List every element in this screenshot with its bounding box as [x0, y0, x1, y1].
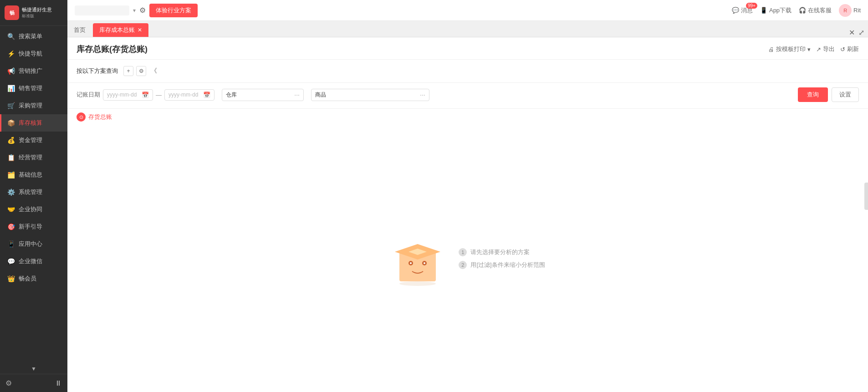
logo-icon: 畅: [5, 5, 19, 20]
sales-icon: 📊: [7, 84, 15, 92]
top-header: ▾ ⚙ 体验行业方案 💬 消息 99+ 📱 App下载 🎧 在线客服 R: [67, 0, 868, 21]
empty-illustration: [390, 231, 445, 286]
chevron-down-icon[interactable]: ▾: [133, 7, 136, 14]
marketing-icon: 📢: [7, 67, 15, 75]
sidebar-nav: 🔍 搜索菜单 ⚡ 快捷导航 📢 营销推广 📊 销售管理 🛒 采购管理 📦 库存核…: [0, 26, 67, 364]
query-button[interactable]: 查询: [798, 87, 828, 102]
shortcut-icon: ⚡: [7, 50, 15, 58]
calendar-end-icon: 📅: [203, 92, 210, 98]
goods-more-icon: ···: [420, 91, 425, 98]
warehouse-select[interactable]: 仓库 ···: [222, 89, 304, 101]
refresh-button[interactable]: ↺ 刷新: [840, 45, 859, 53]
filter-collapse-icon[interactable]: 《: [149, 66, 159, 76]
refresh-label: 刷新: [847, 45, 859, 53]
print-button[interactable]: 🖨 按模板打印 ▾: [768, 45, 811, 53]
empty-tip-2: 2 用[过滤]条件来缩小分析范围: [459, 261, 545, 269]
scheme-item-label: 存货总账: [88, 113, 112, 121]
tab-home[interactable]: 首页: [67, 23, 92, 37]
scheme-item[interactable]: ⊙ 存货总账: [77, 112, 112, 122]
app-download-label: App下载: [769, 6, 791, 15]
guide-icon: 🎯: [7, 223, 15, 231]
page-header-actions: 🖨 按模板打印 ▾ ↗ 导出 ↺ 刷新: [768, 45, 859, 53]
app-download-button[interactable]: 📱 App下载: [760, 6, 791, 15]
empty-box-svg: [390, 231, 445, 286]
goods-select[interactable]: 商品 ···: [311, 89, 429, 101]
trial-button[interactable]: 体验行业方案: [149, 4, 198, 17]
sidebar-item-label: 新手引导: [19, 223, 42, 231]
sidebar-item-operations[interactable]: 📋 经营管理: [0, 149, 67, 166]
filter-settings-button[interactable]: ⚙: [136, 66, 146, 76]
sidebar-item-label: 应用中心: [19, 240, 42, 248]
panel-expand-button[interactable]: ⤢: [858, 28, 864, 37]
tab-home-label: 首页: [74, 26, 86, 34]
sidebar-item-label: 畅会员: [19, 275, 36, 283]
app-name: 畅捷通好生意: [22, 6, 52, 13]
export-label: 导出: [823, 45, 835, 53]
online-service-button[interactable]: 🎧 在线客服: [799, 6, 832, 15]
header-left: ▾ ⚙ 体验行业方案: [75, 4, 198, 17]
sidebar-item-purchase[interactable]: 🛒 采购管理: [0, 97, 67, 114]
settings-icon[interactable]: ⚙: [5, 379, 12, 387]
date-end-placeholder: yyyy-mm-dd: [168, 92, 198, 98]
page-header: 库存总账(存货总账) 🖨 按模板打印 ▾ ↗ 导出 ↺ 刷新: [67, 37, 868, 60]
chevron-down-icon: ▼: [31, 366, 36, 372]
collapse-icon[interactable]: ⏸: [55, 379, 62, 387]
sidebar-item-enterprise[interactable]: 🤝 企业协同: [0, 201, 67, 218]
right-panel-indicator[interactable]: [864, 183, 868, 210]
sidebar-item-member[interactable]: 👑 畅会员: [0, 270, 67, 287]
enterprise-icon: 🤝: [7, 205, 15, 214]
tip-2-text: 用[过滤]条件来缩小分析范围: [470, 261, 545, 269]
calendar-start-icon: 📅: [142, 92, 149, 98]
scheme-icon: ⊙: [77, 112, 86, 122]
sidebar-item-wechat[interactable]: 💬 企业微信: [0, 253, 67, 270]
nav-search-input[interactable]: [75, 5, 129, 15]
main-area: ▾ ⚙ 体验行业方案 💬 消息 99+ 📱 App下载 🎧 在线客服 R: [67, 0, 868, 392]
sidebar-item-label: 资金管理: [19, 136, 42, 144]
goods-label: 商品: [315, 91, 326, 99]
appstore-icon: 📱: [7, 240, 15, 248]
tab-inventory-ledger-label: 库存成本总账: [99, 26, 135, 34]
sidebar-item-marketing[interactable]: 📢 营销推广: [0, 62, 67, 80]
shadow: [399, 281, 436, 286]
scheme-area: ⊙ 存货总账: [67, 109, 868, 125]
panel-close-button[interactable]: ✕: [849, 28, 855, 37]
finance-icon: 💰: [7, 136, 15, 144]
sidebar-item-basic[interactable]: 🗂️ 基础信息: [0, 166, 67, 183]
user-profile[interactable]: R Rit: [839, 4, 861, 17]
sidebar-item-label: 营销推广: [19, 67, 42, 75]
user-name: Rit: [853, 7, 861, 14]
date-start-input[interactable]: yyyy-mm-dd 📅: [103, 89, 153, 101]
warehouse-label: 仓库: [226, 91, 237, 99]
sidebar-item-shortcut[interactable]: ⚡ 快捷导航: [0, 45, 67, 62]
sidebar-item-system[interactable]: ⚙️ 系统管理: [0, 183, 67, 201]
sidebar-item-sales[interactable]: 📊 销售管理: [0, 80, 67, 97]
tab-inventory-ledger[interactable]: 库存成本总账 ✕: [93, 23, 148, 37]
sidebar-item-guide[interactable]: 🎯 新手引导: [0, 218, 67, 235]
tip-num-1: 1: [459, 248, 467, 256]
sidebar-item-appstore[interactable]: 📱 应用中心: [0, 235, 67, 253]
sidebar-item-label: 搜索菜单: [19, 32, 42, 41]
sidebar-item-finance[interactable]: 💰 资金管理: [0, 132, 67, 149]
filter-area: 按以下方案查询 + ⚙ 《: [67, 60, 868, 83]
search-icon: 🔍: [7, 32, 15, 41]
sidebar-item-label: 销售管理: [19, 84, 42, 92]
settings-button[interactable]: 设置: [832, 87, 859, 102]
date-end-input[interactable]: yyyy-mm-dd 📅: [164, 89, 214, 101]
sidebar-scroll-down[interactable]: ▼: [0, 364, 67, 374]
messages-button[interactable]: 💬 消息 99+: [732, 6, 753, 15]
sidebar: 畅 畅捷通好生意 标准版 🔍 搜索菜单 ⚡ 快捷导航 📢 营销推广 📊 销售管理…: [0, 0, 67, 392]
filter-add-button[interactable]: +: [123, 66, 133, 76]
phone-icon: 📱: [760, 7, 767, 14]
sidebar-item-inventory[interactable]: 📦 库存核算: [0, 114, 67, 132]
tab-close-icon[interactable]: ✕: [138, 27, 142, 33]
gear-button[interactable]: ⚙: [139, 6, 146, 15]
eye-shine-left: [410, 262, 412, 264]
date-label: 记账日期: [77, 91, 100, 99]
refresh-icon: ↺: [840, 46, 845, 53]
eye-shine-right: [424, 262, 425, 264]
export-button[interactable]: ↗ 导出: [816, 45, 835, 53]
system-icon: ⚙️: [7, 188, 15, 196]
date-filter-group: 记账日期 yyyy-mm-dd 📅 — yyyy-mm-dd 📅: [77, 89, 214, 101]
sidebar-item-search[interactable]: 🔍 搜索菜单: [0, 28, 67, 45]
goods-filter-group: 商品 ···: [311, 89, 429, 101]
